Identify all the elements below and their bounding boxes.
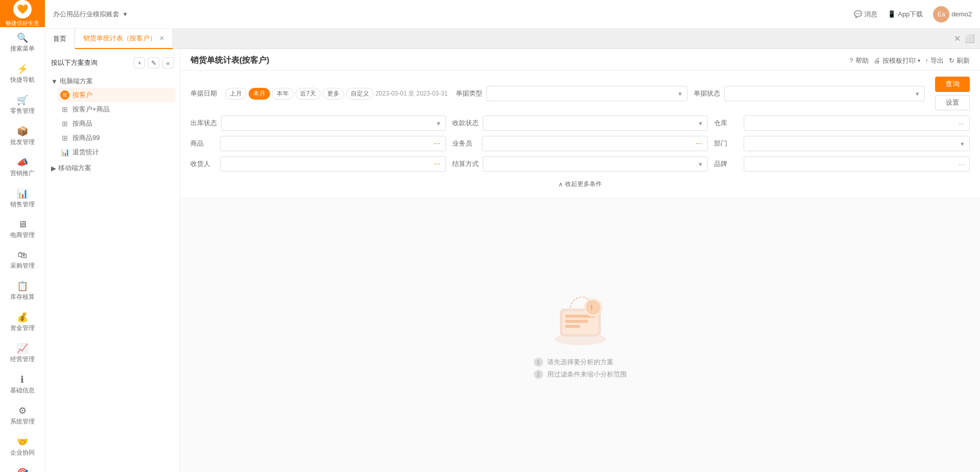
settle-select[interactable]: ▾ — [483, 156, 708, 172]
print-btn[interactable]: 🖨 按模板打印 ▾ — [874, 56, 920, 65]
collapse-scheme-btn[interactable]: « — [162, 57, 174, 68]
outstatus-select[interactable]: ▾ — [221, 115, 446, 131]
sidebar-item-ecommerce[interactable]: 🖥 电商管理 — [0, 214, 44, 245]
download-icon: 📱 — [888, 10, 896, 18]
type-select[interactable]: ▾ — [486, 86, 687, 101]
tree-item-goods[interactable]: ⊞ 按商品 — [57, 116, 176, 131]
sidebar-label-finance: 资金管理 — [10, 324, 35, 333]
tree-item-customer-goods[interactable]: ⊞ 按客户+商品 — [57, 102, 176, 116]
operation-icon: 📈 — [17, 343, 28, 354]
dept-select[interactable]: ▾ — [744, 136, 970, 151]
main-area: 办公用品行业模拟账套 ▾ 💬 消息 📱 App下载 Ea demo2 首页 销货… — [45, 0, 980, 472]
tab-home-label: 首页 — [53, 34, 66, 43]
sidebar-item-inventory[interactable]: 📋 库存核算 — [0, 275, 44, 306]
user-profile[interactable]: Ea demo2 — [933, 6, 972, 22]
help-label: 帮助 — [855, 56, 869, 65]
staff-dots[interactable]: ··· — [696, 139, 702, 148]
export-label: 导出 — [930, 56, 944, 65]
refresh-icon: ↻ — [949, 57, 954, 64]
sidebar-item-quicknav[interactable]: ⚡ 快捷导航 — [0, 58, 44, 89]
sidebar-item-sales[interactable]: 📊 销售管理 — [0, 183, 44, 214]
sidebar-label-retail: 零售管理 — [10, 107, 35, 115]
edit-scheme-btn[interactable]: ✎ — [148, 57, 159, 68]
panel-sidebar-header: 按以下方案查询 ＋ ✎ « — [49, 53, 176, 73]
breadcrumb-dropdown[interactable]: ▾ — [124, 10, 127, 18]
status-select[interactable]: ▾ — [724, 86, 925, 101]
outstatus-label: 出库状态 — [190, 119, 217, 128]
return-icon: 📊 — [60, 149, 69, 156]
empty-steps: 1 请先选择要分析的方案 2 用过滤条件来缩小分析范围 — [534, 358, 627, 382]
brand-input[interactable]: ··· — [744, 156, 970, 172]
warehouse-select[interactable]: ··· — [744, 115, 970, 131]
tree-item-goods99[interactable]: ⊞ 按商品99 — [57, 131, 176, 145]
tab-home[interactable]: 首页 — [45, 29, 75, 49]
setting-button[interactable]: 设置 — [935, 95, 970, 110]
date-btn-lastmonth[interactable]: 上月 — [225, 88, 247, 100]
staff-input[interactable]: ··· — [482, 136, 708, 151]
goods-input[interactable]: ··· — [220, 136, 446, 151]
tree-item-customer[interactable]: 按 按客户 — [57, 88, 176, 102]
goods-icon: ⊞ — [60, 120, 69, 127]
panel-sidebar: 按以下方案查询 ＋ ✎ « ▼ 电脑端方案 按 — [45, 49, 180, 472]
tree-item-return-label: 退货统计 — [72, 148, 99, 157]
filter-cell-settle: 结算方式 ▾ — [452, 156, 708, 172]
window-maximize-icon[interactable]: ⬜ — [965, 34, 975, 43]
receiver-dots[interactable]: ··· — [434, 159, 440, 169]
tree-item-return[interactable]: 📊 退货统计 — [57, 145, 176, 159]
type-arrow: ▾ — [678, 90, 682, 98]
step2-text: 用过滤条件来缩小分析范围 — [547, 370, 627, 379]
tab-close-icon[interactable]: ✕ — [159, 35, 164, 42]
tree-group-desktop-header[interactable]: ▼ 电脑端方案 — [49, 75, 176, 88]
date-btn-custom[interactable]: 自定义 — [346, 88, 374, 100]
message-btn[interactable]: 💬 消息 — [854, 10, 877, 19]
date-btn-7days[interactable]: 近7天 — [296, 88, 321, 100]
date-btn-thisyear[interactable]: 本年 — [272, 88, 293, 100]
export-btn[interactable]: ↑ 导出 — [925, 56, 944, 65]
tab-sales-stats[interactable]: 销货单统计表（按客户） ✕ — [75, 29, 173, 49]
sidebar-item-retail[interactable]: 🛒 零售管理 — [0, 89, 44, 121]
date-btn-thismonth[interactable]: 本月 — [249, 88, 270, 100]
sidebar-item-system[interactable]: ⚙ 系统管理 — [0, 400, 44, 431]
sidebar-item-finance[interactable]: 💰 资金管理 — [0, 306, 44, 338]
sidebar-item-basicinfo[interactable]: ℹ 基础信息 — [0, 369, 44, 400]
query-button[interactable]: 查询 — [935, 77, 970, 92]
app-download-btn[interactable]: 📱 App下载 — [888, 10, 923, 19]
filter-row-1: 单据日期 上月 本月 本年 近7天 更多 自定义 2023-03-01 至 20… — [190, 77, 970, 110]
receiver-label: 收货人 — [190, 159, 216, 169]
retail-icon: 🛒 — [17, 95, 28, 106]
refresh-btn[interactable]: ↻ 刷新 — [949, 56, 970, 65]
step2-num: 2 — [534, 370, 543, 379]
tree-group-mobile: ▶ 移动端方案 — [49, 161, 176, 175]
sidebar-item-operation[interactable]: 📈 经营管理 — [0, 338, 44, 369]
receiver-input[interactable]: ··· — [220, 156, 446, 172]
tree-section: ▼ 电脑端方案 按 按客户 ⊞ 按客户+商品 ⊞ — [49, 75, 176, 175]
tab-bar: 首页 销货单统计表（按客户） ✕ ✕ ⬜ — [45, 29, 980, 49]
svg-rect-5 — [565, 325, 580, 328]
date-btn-more[interactable]: 更多 — [323, 88, 344, 100]
tree-group-mobile-header[interactable]: ▶ 移动端方案 — [49, 161, 176, 175]
sidebar-item-wholesale[interactable]: 📦 批发管理 — [0, 121, 44, 152]
sidebar-item-marketing[interactable]: 📣 营销推广 — [0, 152, 44, 183]
guide-icon: 🎯 — [17, 467, 28, 472]
sidebar-item-enterprise[interactable]: 🤝 企业协同 — [0, 431, 44, 462]
sidebar-item-purchase[interactable]: 🛍 采购管理 — [0, 245, 44, 275]
collapse-arrow: ∧ — [558, 181, 563, 188]
basicinfo-icon: ℹ — [20, 374, 24, 385]
finance-icon: 💰 — [17, 312, 28, 323]
logo[interactable]: 🧡 畅捷信好生意 — [0, 0, 45, 27]
filter-cell-brand: 品牌 ··· — [714, 156, 970, 172]
receipt-select[interactable]: ▾ — [483, 115, 708, 131]
sidebar-item-guide[interactable]: 🎯 新手引导 — [0, 462, 44, 472]
sidebar-label-system: 系统管理 — [10, 417, 35, 426]
add-scheme-btn[interactable]: ＋ — [134, 57, 145, 68]
header-right: 💬 消息 📱 App下载 Ea demo2 — [854, 6, 972, 22]
sidebar-item-search[interactable]: 🔍 搜索菜单 — [0, 27, 44, 58]
tree-item-customer-label: 按客户 — [72, 90, 92, 100]
customer-scheme-icon: 按 — [60, 90, 69, 100]
goods-dots[interactable]: ··· — [434, 139, 440, 148]
collapse-bar[interactable]: ∧ 收起更多条件 — [190, 177, 970, 192]
window-close-icon[interactable]: ✕ — [954, 34, 961, 43]
panel-sidebar-actions: ＋ ✎ « — [134, 57, 174, 68]
tree-group-mobile-label: 移动端方案 — [58, 163, 91, 173]
help-btn[interactable]: ? 帮助 — [849, 56, 868, 65]
